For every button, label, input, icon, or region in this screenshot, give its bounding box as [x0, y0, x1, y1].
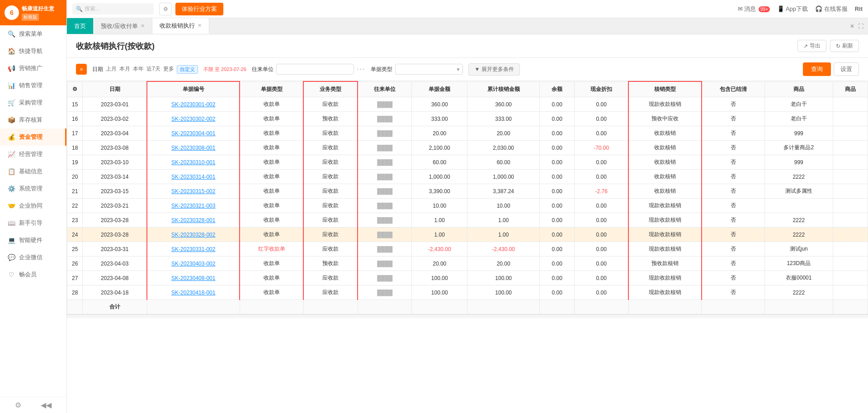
row-settled: 否 [702, 184, 765, 199]
row-date: 2023-03-14 [83, 170, 147, 184]
last-month-link[interactable]: 上月 [106, 65, 117, 74]
custom-date-button[interactable]: 自定义 [177, 65, 198, 74]
query-button[interactable]: 查询 [803, 62, 831, 76]
tab-payable[interactable]: 预收/应收付单 ✕ [94, 18, 152, 34]
row-verify-type: 现款收款核销 [628, 271, 701, 285]
app-download-link[interactable]: 📱 App下载 [777, 5, 808, 13]
row-bill-no[interactable]: SK-20230418-001 [147, 285, 240, 300]
sidebar-item-enterprise[interactable]: 🤝 企业协同 [0, 197, 66, 214]
sidebar-item-label: 采购管理 [19, 99, 42, 107]
sidebar-item-finance[interactable]: 💰 资金管理 [0, 128, 66, 146]
row-cash-discount: 0.00 [575, 285, 628, 300]
col-partner: 往来单位 [358, 81, 411, 97]
row-bill-no[interactable]: SK-20230403-002 [147, 256, 240, 271]
row-bill-no[interactable]: SK-20230408-001 [147, 271, 240, 285]
sidebar-item-system[interactable]: ⚙️ 系统管理 [0, 180, 66, 197]
topbar: 🔍 搜索... ⚙ 体验行业方案 ✉ 消息 99+ 📱 App下载 🎧 [67, 0, 868, 18]
this-year-link[interactable]: 本年 [133, 65, 144, 74]
sidebar-collapse-icon[interactable]: ◀◀ [41, 401, 52, 409]
row-cash-discount: 0.00 [575, 242, 628, 256]
row-bill-type: 收款单 [240, 97, 303, 112]
sidebar-item-inventory[interactable]: 📦 库存核算 [0, 111, 66, 128]
more-date-link[interactable]: 更多 [163, 65, 174, 74]
setting-button[interactable]: 设置 [834, 62, 859, 76]
sidebar-item-purchase[interactable]: 🛒 采购管理 [0, 94, 66, 111]
sidebar-item-marketing[interactable]: 📢 营销推广 [0, 60, 66, 77]
bill-type-select[interactable] [395, 64, 463, 75]
row-bill-no[interactable]: SK-20230310-001 [147, 155, 240, 170]
finance-icon: 💰 [7, 133, 15, 141]
row-bill-no[interactable]: SK-20230302-002 [147, 112, 240, 126]
row-bill-no[interactable]: SK-20230321-003 [147, 199, 240, 213]
row-bill-amount: 2,100.00 [412, 141, 467, 155]
row-bill-no[interactable]: SK-20230308-001 [147, 141, 240, 155]
row-bill-no[interactable]: SK-20230314-001 [147, 170, 240, 184]
partner-more-icon[interactable]: ··· [357, 65, 365, 73]
sidebar-item-sales[interactable]: 📊 销售管理 [0, 77, 66, 94]
sidebar-item-quicknav[interactable]: 🏠 快捷导航 [0, 43, 66, 60]
row-bill-no[interactable]: SK-20230301-002 [147, 97, 240, 112]
horizontal-scrollbar[interactable] [67, 314, 868, 318]
row-date: 2023-03-10 [83, 155, 147, 170]
sidebar-logo: 6 畅康道好生意 标推版 [0, 0, 66, 25]
tab-payable-close[interactable]: ✕ [141, 23, 145, 29]
row-bill-no[interactable]: SK-20230304-001 [147, 126, 240, 141]
settings-gear-button[interactable]: ⚙ [159, 3, 172, 15]
row-balance: 0.00 [540, 199, 575, 213]
sidebar-item-guide[interactable]: 📖 新手引导 [0, 214, 66, 232]
row-settled: 否 [702, 97, 765, 112]
last-7-days-link[interactable]: 近7天 [146, 65, 160, 74]
row-bill-type: 收款单 [240, 141, 303, 155]
tab-home[interactable]: 首页 [67, 18, 94, 34]
sidebar-item-basic[interactable]: 📋 基础信息 [0, 163, 66, 180]
filter-toggle-button[interactable]: » [76, 64, 87, 75]
row-partner: ████ [358, 271, 411, 285]
sidebar-item-hardware[interactable]: 💻 智能硬件 [0, 232, 66, 249]
row-biz-type: 应收款 [303, 213, 358, 228]
partner-input[interactable] [276, 64, 354, 75]
industry-solution-button[interactable]: 体验行业方案 [175, 3, 223, 15]
sidebar-item-member[interactable]: ♡ 畅会员 [0, 266, 66, 283]
row-verify-type: 现款收款核销 [628, 285, 701, 300]
row-bill-type: 收款单 [240, 228, 303, 242]
sidebar-item-operation[interactable]: 📈 经营管理 [0, 146, 66, 163]
row-goods2 [833, 271, 868, 285]
table-row: 152023-03-01SK-20230301-002收款单应收款████360… [67, 97, 868, 112]
row-bill-no[interactable]: SK-20230328-002 [147, 228, 240, 242]
row-partner: ████ [358, 285, 411, 300]
sidebar-settings-icon[interactable]: ⚙ [15, 401, 21, 409]
sidebar-item-label: 经营管理 [19, 150, 42, 158]
export-button[interactable]: ↗ 导出 [797, 40, 826, 52]
messages-link[interactable]: ✉ 消息 99+ [738, 5, 770, 13]
tab-receipt-verify[interactable]: 收款核销执行 ✕ [152, 18, 209, 34]
row-bill-no[interactable]: SK-20230328-001 [147, 213, 240, 228]
row-bill-no[interactable]: SK-20230315-002 [147, 184, 240, 199]
row-partner: ████ [358, 213, 411, 228]
row-bill-type: 红字收款单 [240, 242, 303, 256]
row-settled: 否 [702, 213, 765, 228]
row-bill-no[interactable]: SK-20230331-002 [147, 242, 240, 256]
online-service-link[interactable]: 🎧 在线客服 [815, 5, 848, 13]
sidebar-item-wechat[interactable]: 💬 企业微信 [0, 249, 66, 266]
refresh-button[interactable]: ↻ 刷新 [830, 40, 859, 52]
tab-maximize-icon[interactable]: ⛶ [858, 23, 863, 29]
row-date: 2023-04-18 [83, 285, 147, 300]
this-month-link[interactable]: 本月 [119, 65, 130, 74]
data-table: ⚙ 日期 单据编号 单据类型 业务类型 往来单位 单据金额 累计核销金额 余额 … [67, 81, 868, 314]
expand-more-button[interactable]: ▼ 展开更多条件 [468, 63, 520, 76]
sidebar-item-search[interactable]: 🔍 搜索菜单 [0, 25, 66, 43]
topbar-actions: ⚙ 体验行业方案 [159, 3, 223, 15]
row-verify-type: 收款核销 [628, 155, 701, 170]
row-biz-type: 应收款 [303, 97, 358, 112]
tab-receipt-close[interactable]: ✕ [198, 23, 202, 28]
user-name[interactable]: Rit [855, 5, 863, 12]
col-settings[interactable]: ⚙ [67, 81, 83, 97]
row-cumulative: 333.00 [467, 112, 540, 126]
sales-icon: 📊 [7, 82, 15, 89]
topbar-search-box[interactable]: 🔍 搜索... [72, 3, 154, 14]
tab-close-all-icon[interactable]: ✕ [850, 23, 854, 29]
total-cell [147, 300, 240, 314]
row-settled: 否 [702, 126, 765, 141]
row-verify-type: 现款收款核销 [628, 228, 701, 242]
row-settled: 否 [702, 170, 765, 184]
